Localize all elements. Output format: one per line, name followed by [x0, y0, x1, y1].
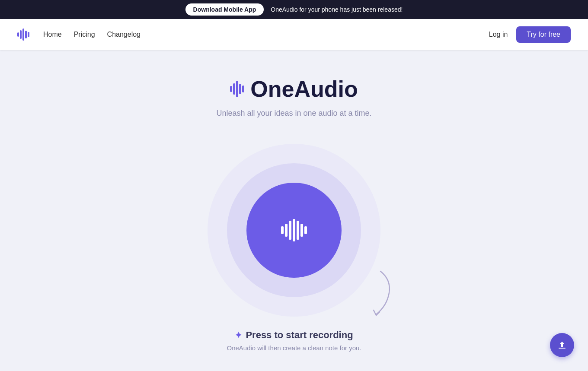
top-banner: Download Mobile App OneAudio for your ph…: [0, 0, 588, 19]
navbar-right: Log in Try for free: [489, 26, 571, 43]
hero-bar-4: [239, 84, 241, 94]
curved-arrow-icon: [368, 267, 393, 319]
logo-icon: [17, 29, 29, 41]
hero-bar-5: [242, 86, 244, 92]
try-for-free-button[interactable]: Try for free: [516, 26, 571, 43]
hero-bar-3: [236, 81, 238, 97]
record-button[interactable]: [246, 183, 342, 278]
hero-logo-icon: [230, 81, 244, 97]
nav-pricing[interactable]: Pricing: [74, 31, 95, 38]
record-section: ✦ Press to start recording OneAudio will…: [227, 330, 361, 352]
nav-changelog[interactable]: Changelog: [107, 31, 141, 38]
sound-wave-icon: [281, 219, 307, 241]
record-subtitle: OneAudio will then create a clean note f…: [227, 344, 361, 352]
navbar: Home Pricing Changelog Log in Try for fr…: [0, 19, 588, 50]
logo-bar-5: [28, 32, 29, 37]
press-to-record-label: Press to start recording: [246, 330, 353, 341]
floating-action-button[interactable]: [550, 333, 574, 357]
hero-title: OneAudio: [250, 76, 358, 102]
upload-icon: [557, 340, 567, 350]
main-content: OneAudio Unleash all your ideas in one a…: [0, 50, 588, 371]
navbar-left: Home Pricing Changelog: [17, 29, 141, 41]
hero-bar-1: [230, 86, 232, 92]
banner-text: OneAudio for your phone has just been re…: [271, 6, 403, 13]
nav-links: Home Pricing Changelog: [43, 31, 141, 38]
sparkle-icon: ✦: [235, 330, 242, 340]
login-button[interactable]: Log in: [489, 31, 508, 38]
logo-bar-3: [22, 29, 24, 41]
download-app-button[interactable]: Download Mobile App: [185, 3, 264, 16]
hero-bar-2: [233, 83, 235, 95]
nav-home[interactable]: Home: [43, 31, 62, 38]
press-to-record: ✦ Press to start recording: [227, 330, 361, 341]
logo-bar-2: [20, 30, 22, 39]
hero-title-container: OneAudio: [230, 76, 358, 102]
logo-bar-4: [25, 31, 27, 38]
logo[interactable]: [17, 29, 29, 41]
svg-rect-0: [559, 348, 566, 349]
record-button-area[interactable]: [186, 140, 402, 321]
hero-subtitle: Unleash all your ideas in one audio at a…: [216, 109, 371, 118]
logo-bar-1: [17, 32, 19, 37]
